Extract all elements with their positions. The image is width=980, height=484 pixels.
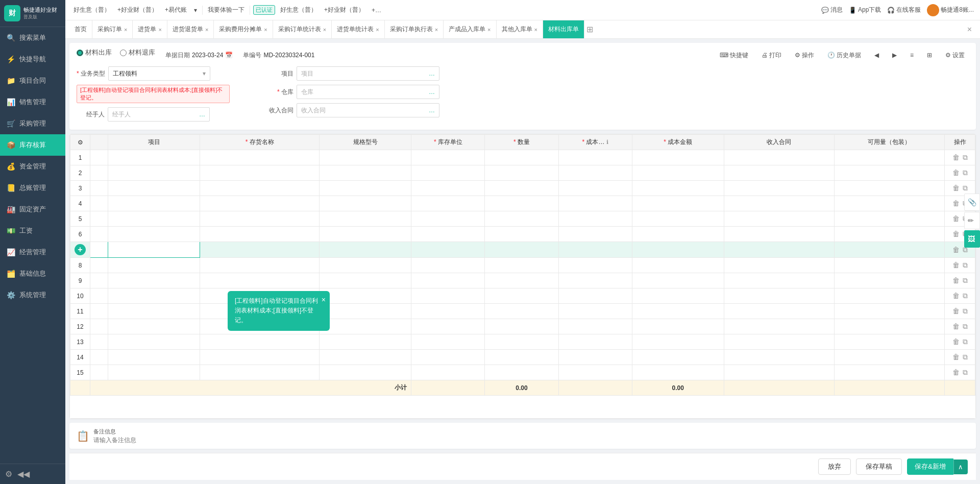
nav-haoyecai[interactable]: +好业财（普） bbox=[115, 6, 160, 14]
sidebar-item-finance[interactable]: 💰 资金管理 bbox=[0, 156, 65, 177]
copy-row-btn[interactable]: ⧉ bbox=[961, 322, 969, 330]
user-avatar[interactable]: 畅捷通8账... bbox=[927, 4, 974, 16]
sidebar-item-system[interactable]: ⚙️ 系统管理 bbox=[0, 284, 65, 306]
tab-purchase-order[interactable]: 采购订单 × bbox=[92, 20, 133, 39]
app-download-btn[interactable]: 📱 App下载 bbox=[849, 6, 881, 14]
warehouse-input[interactable]: 仓库 … bbox=[297, 85, 439, 99]
tab-purchase-expense-close[interactable]: × bbox=[264, 27, 267, 33]
copy-row-btn[interactable]: ⧉ bbox=[961, 168, 969, 177]
list-view-btn[interactable]: ≡ bbox=[906, 50, 918, 60]
delete-row-btn[interactable]: 🗑 bbox=[951, 261, 961, 269]
delete-row-btn[interactable]: 🗑 bbox=[951, 153, 961, 161]
grid-view-btn[interactable]: ⊞ bbox=[923, 50, 936, 60]
notes-input[interactable] bbox=[93, 437, 170, 444]
tab-goods-stat-close[interactable]: × bbox=[376, 27, 379, 33]
delete-row-btn[interactable]: 🗑 bbox=[951, 199, 961, 207]
tab-goods-stat[interactable]: 进货单统计表 × bbox=[332, 20, 384, 39]
nav-haoshengyi2[interactable]: 好生意（普） bbox=[278, 6, 319, 14]
delete-row-btn[interactable]: 🗑 bbox=[951, 292, 961, 300]
copy-row-btn[interactable]: ⧉ bbox=[961, 153, 969, 161]
save-new-btn[interactable]: 保存&新增 bbox=[907, 458, 953, 475]
tab-purchase-order-close[interactable]: × bbox=[124, 27, 127, 33]
tabbar-settings-icon[interactable]: ⊞ bbox=[584, 25, 595, 34]
copy-row-btn[interactable]: ⧉ bbox=[961, 276, 969, 284]
project-dots[interactable]: … bbox=[429, 70, 435, 77]
prev-btn[interactable]: ◀ bbox=[870, 50, 883, 60]
copy-row-btn[interactable]: ⧉ bbox=[961, 337, 969, 346]
tooltip-close-btn[interactable]: × bbox=[322, 294, 326, 305]
nav-experience[interactable]: 我要体验一下 bbox=[206, 6, 247, 14]
delete-row-btn[interactable]: 🗑 bbox=[951, 214, 961, 223]
collapse-icon[interactable]: ◀◀ bbox=[17, 469, 30, 479]
right-panel-clip-btn[interactable]: 📎 bbox=[964, 193, 980, 211]
copy-row-btn[interactable]: ⧉ bbox=[961, 368, 969, 376]
table-wrap[interactable]: ⚙ 项目 存货名称 规格型号 库存单位 数量 成本… ℹ 成本金额 收入合同 可… bbox=[69, 134, 976, 419]
delete-row-btn[interactable]: 🗑 bbox=[951, 322, 961, 330]
next-btn[interactable]: ▶ bbox=[888, 50, 901, 60]
tab-home[interactable]: 首页 bbox=[69, 20, 92, 39]
print-btn[interactable]: 🖨 打印 bbox=[757, 50, 786, 61]
copy-row-btn[interactable]: ⧉ bbox=[961, 261, 969, 269]
sub-tab-out-radio[interactable] bbox=[77, 50, 83, 56]
right-panel-edit-btn[interactable]: ✏ bbox=[964, 212, 980, 229]
settings-bottom-icon[interactable]: ⚙ bbox=[5, 469, 12, 479]
income-contract-dots[interactable]: … bbox=[429, 107, 435, 114]
online-service-btn[interactable]: 🎧 在线客服 bbox=[887, 6, 921, 14]
save-new-arrow-btn[interactable]: ∧ bbox=[953, 459, 968, 474]
sidebar-item-sales[interactable]: 📊 销售管理 bbox=[0, 91, 65, 113]
right-panel-image-btn[interactable]: 🖼 bbox=[964, 230, 980, 248]
message-btn[interactable]: 💬 消息 bbox=[821, 6, 843, 14]
sidebar-item-inventory[interactable]: 📦 库存核算 bbox=[0, 134, 65, 156]
sidebar-item-project[interactable]: 📁 项目合同 bbox=[0, 70, 65, 91]
sidebar-item-salary[interactable]: 💵 工资 bbox=[0, 220, 65, 241]
tab-purchase-exec[interactable]: 采购订单执行表 × bbox=[385, 20, 444, 39]
save-draft-btn[interactable]: 保存草稿 bbox=[856, 458, 902, 475]
tab-other-in[interactable]: 其他入库单 × bbox=[497, 20, 543, 39]
income-contract-input[interactable]: 收入合同 … bbox=[297, 103, 439, 117]
copy-row-btn[interactable]: ⧉ bbox=[961, 184, 969, 192]
delete-row-btn[interactable]: 🗑 bbox=[951, 368, 961, 376]
abandon-btn[interactable]: 放弃 bbox=[818, 458, 851, 475]
nav-haoshengyi[interactable]: 好生意（普） bbox=[71, 6, 112, 14]
tab-goods-in-close[interactable]: × bbox=[158, 27, 161, 33]
add-row-btn[interactable]: + bbox=[75, 244, 86, 255]
sidebar-item-shortcut[interactable]: ⚡ 快捷导航 bbox=[0, 49, 65, 70]
delete-row-btn[interactable]: 🗑 bbox=[951, 168, 961, 177]
business-type-select[interactable]: 工程领料 ▾ bbox=[108, 66, 210, 81]
nav-yidaizhang[interactable]: +易代账 bbox=[163, 6, 189, 14]
tab-product-in[interactable]: 产成品入库单 × bbox=[444, 20, 496, 39]
sub-tab-return-radio[interactable] bbox=[120, 50, 127, 56]
warehouse-dots[interactable]: … bbox=[429, 88, 435, 95]
calendar-icon[interactable]: 📅 bbox=[225, 52, 233, 59]
nav-haoyecai2[interactable]: +好业财（普） bbox=[322, 6, 366, 14]
sidebar-item-purchase[interactable]: 🛒 采购管理 bbox=[0, 113, 65, 134]
tab-purchase-exec-close[interactable]: × bbox=[435, 27, 438, 33]
th-settings[interactable]: ⚙ bbox=[70, 135, 90, 150]
operate-btn[interactable]: ⚙ 操作 bbox=[791, 50, 818, 61]
delete-row-btn[interactable]: 🗑 bbox=[951, 307, 961, 315]
delete-row-btn[interactable]: 🗑 bbox=[951, 276, 961, 284]
project-input[interactable]: 项目 … bbox=[297, 66, 439, 81]
shortcut-btn[interactable]: ⌨ 快捷键 bbox=[716, 50, 752, 61]
delete-row-btn[interactable]: 🗑 bbox=[951, 246, 961, 254]
sidebar-item-ops[interactable]: 📈 经营管理 bbox=[0, 241, 65, 263]
tab-product-in-close[interactable]: × bbox=[487, 27, 491, 33]
sidebar-item-base[interactable]: 🗂️ 基础信息 bbox=[0, 263, 65, 284]
sub-tab-out[interactable]: 材料出库 bbox=[77, 48, 112, 57]
copy-row-btn[interactable]: ⧉ bbox=[961, 353, 969, 361]
tab-other-in-close[interactable]: × bbox=[534, 27, 537, 33]
tab-purchase-stat[interactable]: 采购订单统计表 × bbox=[273, 20, 332, 39]
tab-goods-in[interactable]: 进货单 × bbox=[133, 20, 167, 39]
tab-goods-in-return-close[interactable]: × bbox=[205, 27, 208, 33]
delete-row-btn[interactable]: 🗑 bbox=[951, 353, 961, 361]
handler-dots[interactable]: … bbox=[199, 111, 205, 118]
nav-more[interactable]: +… bbox=[370, 7, 383, 14]
tab-purchase-expense[interactable]: 采购费用分摊单 × bbox=[214, 20, 273, 39]
sidebar-item-ledger[interactable]: 📒 总账管理 bbox=[0, 177, 65, 199]
sub-tab-return[interactable]: 材料退库 bbox=[120, 48, 155, 57]
history-btn[interactable]: 🕐 历史单据 bbox=[823, 50, 865, 61]
tab-goods-in-return[interactable]: 进货退货单 × bbox=[167, 20, 214, 39]
delete-row-btn[interactable]: 🗑 bbox=[951, 230, 961, 238]
copy-row-btn[interactable]: ⧉ bbox=[961, 307, 969, 315]
tabbar-close-btn[interactable]: × bbox=[963, 25, 976, 34]
